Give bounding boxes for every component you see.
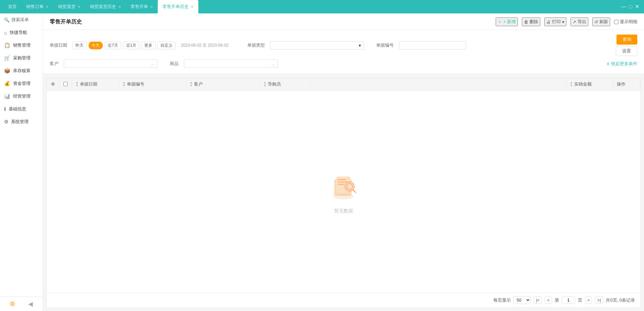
date-btn-yesterday[interactable]: 昨天 — [72, 42, 87, 49]
purchase-icon: 🛒 — [4, 55, 10, 61]
filter-area: 单据日期 昨天 今天 近7天 近1月 更多 自定义 2023-06-02 至 2… — [43, 30, 644, 74]
th-amount-label: 实销金额 — [574, 81, 592, 87]
sidebar-item-purchase-mgmt[interactable]: 🛒 采购管理 — [0, 52, 43, 64]
sidebar-item-finance-label: 资金管理 — [13, 81, 31, 87]
print-button[interactable]: 🖨 打印 ▾ — [544, 17, 566, 26]
per-page-label: 每页显示 — [493, 297, 511, 303]
tab-sales-order[interactable]: 销售订单 ✕ — [21, 0, 53, 13]
date-btn-more[interactable]: 更多 — [141, 42, 155, 49]
display-detail-checkbox[interactable]: 显示明细 — [614, 19, 637, 25]
th-settings[interactable]: ⚙ — [47, 78, 59, 90]
th-customer[interactable]: ▲▼ 客户 — [186, 78, 260, 90]
add-label: + 新增 — [503, 19, 516, 25]
display-detail-input[interactable] — [614, 20, 618, 24]
sidebar-item-quick-nav[interactable]: ⌂ 快捷导航 — [0, 26, 43, 39]
collapse-sidebar-btn[interactable]: ◀ — [28, 300, 33, 308]
th-number-label: 单据编号 — [127, 81, 144, 87]
order-type-select[interactable]: ▾ — [270, 41, 364, 50]
sidebar-item-basic-info[interactable]: ℹ 基础信息 — [0, 103, 43, 115]
search-icon: 🔍 — [4, 17, 9, 22]
tab-retail-open-history[interactable]: 零售开单历史 ✕ — [158, 0, 198, 13]
sidebar-item-purchase-mgmt-label: 采购管理 — [13, 55, 31, 61]
sidebar-item-sales-mgmt[interactable]: 📋 销售管理 — [0, 39, 43, 52]
settings-button[interactable]: 设置 — [616, 46, 637, 56]
tab-sales-order-label: 销售订单 — [26, 4, 44, 10]
add-button[interactable]: ＋ + 新增 — [496, 17, 518, 26]
sort-arrows-number: ▲▼ — [122, 81, 126, 87]
query-button[interactable]: 查询 — [616, 35, 637, 45]
refresh-button[interactable]: ↺ 刷新 — [592, 17, 610, 26]
sidebar-search[interactable]: 🔍 搜索采单 — [0, 13, 43, 26]
delete-button[interactable]: 🗑 删除 — [522, 17, 540, 26]
th-guide-label: 导购员 — [268, 81, 281, 87]
tab-retail-open-close[interactable]: ✕ — [150, 5, 153, 9]
customer-select[interactable]: ... — [64, 59, 158, 68]
export-icon: ↗ — [573, 19, 576, 24]
sort-arrows-date: ▲▼ — [76, 81, 79, 87]
tab-retail-open-history-close[interactable]: ✕ — [191, 5, 194, 9]
date-btn-custom[interactable]: 自定义 — [157, 42, 176, 49]
inventory-icon: 📦 — [4, 68, 10, 74]
sidebar-search-label: 搜索采单 — [11, 17, 29, 23]
empty-text: 暂无数据 — [334, 208, 353, 214]
svg-line-8 — [353, 190, 356, 193]
select-all-checkbox[interactable] — [63, 82, 68, 86]
per-page-select[interactable]: 50 100 200 — [513, 296, 531, 304]
filter-row-2: 客户 ... 商品 ... ∧ 收起更多条件 — [50, 59, 637, 68]
export-label: 导出 — [578, 19, 586, 25]
th-checkbox[interactable] — [59, 78, 72, 90]
th-guide[interactable]: ▲▼ 导购员 — [260, 78, 310, 90]
export-button[interactable]: ↗ 导出 — [571, 17, 588, 26]
date-range-display: 2023-06-02 至 2023-06-02 — [181, 43, 228, 48]
customer-ellipsis: ... — [151, 61, 155, 66]
main-layout: 🔍 搜索采单 ⌂ 快捷导航 📋 销售管理 🛒 采购管理 📦 库存核算 💰 资金管… — [0, 13, 644, 311]
window-close[interactable]: ✕ — [635, 4, 639, 9]
date-btn-today[interactable]: 今天 — [89, 42, 103, 49]
date-btn-1month[interactable]: 近1月 — [123, 42, 140, 49]
sidebar-item-sales-mgmt-label: 销售管理 — [13, 42, 31, 48]
first-page-btn[interactable]: |< — [534, 297, 542, 304]
date-btn-7days[interactable]: 近7天 — [105, 42, 121, 49]
svg-rect-5 — [338, 184, 344, 185]
sidebar-item-finance[interactable]: 💰 资金管理 — [0, 77, 43, 90]
th-amount[interactable]: ▲▼ 实销金额 — [566, 78, 613, 90]
page-header: 零售开单历史 ＋ + 新增 🗑 删除 🖨 打印 ▾ ↗ 导出 — [43, 13, 644, 30]
total-info: 共0页, 0条记录 — [606, 297, 635, 303]
last-page-btn[interactable]: >| — [595, 297, 603, 304]
query-buttons: 查询 设置 — [616, 35, 637, 56]
sidebar-item-operations-label: 经营管理 — [13, 93, 31, 99]
settings-bottom-btn[interactable]: ⚙ — [10, 300, 15, 308]
window-minimize[interactable]: — — [621, 4, 626, 9]
tab-sales-return-history-close[interactable]: ✕ — [118, 5, 121, 9]
next-page-btn[interactable]: > — [585, 297, 592, 304]
prev-page-btn[interactable]: < — [545, 297, 552, 304]
page-number-input[interactable] — [562, 297, 575, 304]
svg-rect-4 — [338, 182, 348, 183]
tab-retail-open[interactable]: 零售开单 ✕ — [126, 0, 158, 13]
tab-home[interactable]: 首页 — [3, 0, 21, 13]
th-op: 操作 — [613, 78, 640, 90]
order-number-input[interactable] — [399, 41, 466, 50]
tab-sales-order-close[interactable]: ✕ — [46, 5, 49, 9]
window-maximize[interactable]: □ — [629, 4, 632, 9]
collapse-btn[interactable]: ∧ 收起更多条件 — [606, 61, 637, 67]
print-dropdown-icon: ▾ — [562, 19, 564, 24]
th-number[interactable]: ▲▼ 单据编号 — [119, 78, 186, 90]
sidebar-item-system[interactable]: ⚙ 系统管理 — [0, 115, 43, 128]
th-date-label: 单据日期 — [80, 81, 97, 87]
print-icon: 🖨 — [546, 19, 551, 24]
sidebar-item-system-label: 系统管理 — [11, 119, 29, 125]
tab-sales-return-history[interactable]: 销货退货历史 ✕ — [85, 0, 126, 13]
tab-sales-return[interactable]: 销货退货 ✕ — [53, 0, 85, 13]
tab-sales-return-close[interactable]: ✕ — [78, 5, 81, 9]
th-date[interactable]: ▲▼ 单据日期 — [72, 78, 119, 90]
tab-sales-return-history-label: 销货退货历史 — [90, 4, 116, 10]
sidebar-item-inventory[interactable]: 📦 库存核算 — [0, 64, 43, 77]
date-label: 单据日期 — [50, 42, 67, 48]
th-op-label: 操作 — [617, 81, 626, 87]
order-type-dropdown-icon: ▾ — [359, 43, 361, 48]
goods-select[interactable]: ... — [184, 59, 278, 68]
page-unit: 页 — [578, 297, 582, 303]
system-icon: ⚙ — [4, 119, 8, 125]
sidebar-item-operations[interactable]: 📊 经营管理 — [0, 90, 43, 103]
